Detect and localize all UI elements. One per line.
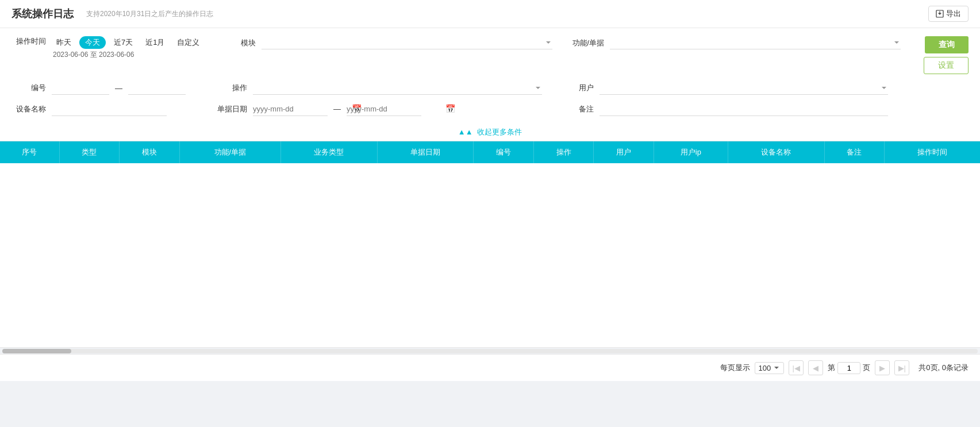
- remark-input[interactable]: [599, 102, 889, 116]
- filter-section: 操作时间 昨天 今天 近7天 近1月 自定义 2023-06-06 至 2023…: [0, 28, 980, 125]
- user-select[interactable]: [599, 82, 889, 95]
- operation-label: 操作: [213, 83, 253, 93]
- col-user: 用户: [594, 141, 654, 163]
- calendar-to-icon[interactable]: 📅: [445, 104, 455, 113]
- date-dash: —: [328, 105, 347, 113]
- total-info: 共0页, 0条记录: [918, 363, 969, 373]
- collapse-bar[interactable]: ▲▲ 收起更多条件: [0, 124, 980, 141]
- table-section: 序号 类型 模块 功能/单据 业务类型 单据日期 编号 操作 用户 用户ip 设…: [0, 141, 980, 347]
- prev-page-button[interactable]: ◀: [808, 360, 823, 375]
- user-chevron-icon: [880, 84, 888, 92]
- function-label: 功能/单据: [570, 38, 610, 48]
- col-device: 设备名称: [728, 141, 824, 163]
- doc-date-to-wrap: 📅: [347, 102, 421, 116]
- time-btn-today[interactable]: 今天: [79, 36, 106, 49]
- empty-area: [0, 163, 980, 347]
- export-icon: [936, 10, 944, 18]
- col-module: 模块: [120, 141, 179, 163]
- number-input-to[interactable]: [128, 81, 186, 95]
- operation-chevron-icon: [534, 84, 542, 92]
- page-suffix: 页: [863, 363, 870, 373]
- page-subtitle: 支持2020年10月31日之后产生的操作日志: [86, 9, 213, 19]
- device-input[interactable]: [52, 102, 167, 116]
- number-dash: —: [109, 84, 128, 93]
- time-label: 操作时间: [11, 36, 52, 47]
- settings-button[interactable]: 设置: [924, 57, 969, 74]
- last-page-button[interactable]: ▶|: [894, 360, 909, 375]
- time-btn-1month[interactable]: 近1月: [141, 36, 169, 49]
- time-btn-yesterday[interactable]: 昨天: [52, 36, 76, 49]
- export-label: 导出: [946, 9, 961, 19]
- table-header-row: 序号 类型 模块 功能/单据 业务类型 单据日期 编号 操作 用户 用户ip 设…: [0, 141, 980, 163]
- page-label: 第: [828, 363, 835, 373]
- collapse-icon: ▲▲: [458, 128, 473, 136]
- time-range: 2023-06-06 至 2023-06-06: [53, 50, 134, 60]
- doc-date-from-wrap: 📅: [253, 102, 328, 116]
- first-page-button[interactable]: |◀: [789, 360, 804, 375]
- module-select[interactable]: [262, 36, 552, 49]
- page-title: 系统操作日志: [11, 7, 74, 21]
- time-btn-7days[interactable]: 近7天: [109, 36, 137, 49]
- scrollbar-area: [0, 347, 980, 354]
- function-chevron-icon: [893, 39, 901, 47]
- col-function: 功能/单据: [179, 141, 280, 163]
- page-header: 系统操作日志 支持2020年10月31日之后产生的操作日志 导出: [0, 0, 980, 28]
- col-type: 类型: [59, 141, 119, 163]
- col-op-time: 操作时间: [884, 141, 980, 163]
- col-biz-type: 业务类型: [281, 141, 378, 163]
- per-page-value: 100: [759, 364, 771, 372]
- collapse-label: 收起更多条件: [477, 128, 522, 136]
- col-number: 编号: [474, 141, 533, 163]
- data-table: 序号 类型 模块 功能/单据 业务类型 单据日期 编号 操作 用户 用户ip 设…: [0, 141, 980, 163]
- doc-date-label: 单据日期: [213, 104, 253, 114]
- number-label: 编号: [11, 83, 52, 93]
- device-label: 设备名称: [11, 104, 52, 114]
- module-label: 模块: [221, 38, 262, 48]
- query-button[interactable]: 查询: [925, 36, 969, 53]
- scrollbar-thumb[interactable]: [2, 349, 71, 353]
- per-page-select[interactable]: 100: [755, 362, 785, 374]
- module-chevron-icon: [544, 39, 552, 47]
- col-operation: 操作: [533, 141, 593, 163]
- col-seq: 序号: [0, 141, 59, 163]
- scrollbar-track[interactable]: [2, 349, 978, 353]
- remark-label: 备注: [559, 104, 599, 114]
- time-btn-custom[interactable]: 自定义: [172, 36, 204, 49]
- page-input[interactable]: [837, 362, 860, 374]
- function-select[interactable]: [610, 36, 901, 49]
- number-input-from[interactable]: [52, 81, 109, 95]
- export-button[interactable]: 导出: [928, 6, 969, 22]
- per-page-chevron-icon: [773, 364, 780, 371]
- per-page-label: 每页显示: [720, 363, 750, 373]
- col-user-ip: 用户ip: [654, 141, 728, 163]
- operation-select[interactable]: [253, 82, 542, 95]
- col-remark: 备注: [824, 141, 884, 163]
- next-page-button[interactable]: ▶: [875, 360, 890, 375]
- pagination-bar: 每页显示 100 |◀ ◀ 第 页 ▶ ▶| 共0页, 0条记录: [0, 354, 980, 381]
- doc-date-to-input[interactable]: [347, 105, 443, 113]
- col-doc-date: 单据日期: [377, 141, 474, 163]
- user-label: 用户: [559, 83, 599, 93]
